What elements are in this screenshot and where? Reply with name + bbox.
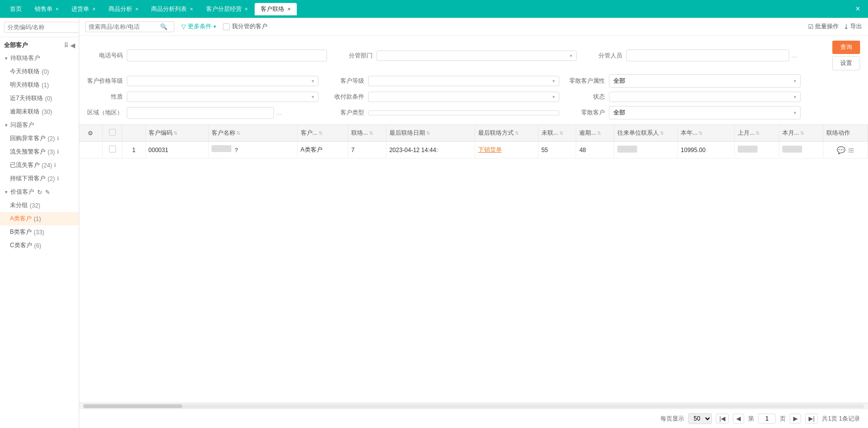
topbar-customer-tier[interactable]: 客户分层经营 × bbox=[200, 3, 254, 15]
my-customer-checkbox[interactable]: 我分管的客户 bbox=[223, 22, 268, 31]
close-icon[interactable]: × bbox=[287, 6, 290, 12]
chevron-down-icon: ▾ bbox=[794, 94, 796, 100]
row-last-contact-method[interactable]: 下销货单 bbox=[475, 142, 538, 159]
sidebar-item-declining[interactable]: 持续下滑客户 (2) ℹ bbox=[0, 172, 79, 185]
sidebar-item-c-class[interactable]: C类客户 (6) bbox=[0, 239, 79, 252]
blurred-contact bbox=[617, 146, 637, 153]
window-close-icon[interactable]: × bbox=[852, 2, 864, 15]
filter-sparse-customer-select[interactable]: 全部 ▾ bbox=[609, 106, 801, 119]
topbar-sales[interactable]: 销售单 × bbox=[29, 3, 64, 15]
checkbox-icon[interactable] bbox=[223, 23, 230, 30]
row-checkbox[interactable] bbox=[102, 142, 122, 159]
header-checkbox[interactable] bbox=[109, 129, 116, 136]
sort-icon: ⇅ bbox=[319, 130, 323, 136]
close-icon[interactable]: × bbox=[135, 6, 138, 12]
filter-region-input[interactable] bbox=[127, 107, 274, 119]
sidebar-item-overdue[interactable]: 逾期未联络 (30) bbox=[0, 105, 79, 118]
filter-nature-select[interactable]: ▾ bbox=[127, 92, 319, 102]
topbar-product-analysis[interactable]: 商品分析 × bbox=[103, 3, 144, 15]
gear-icon[interactable]: ⚙ bbox=[88, 130, 93, 137]
filter-payment-select[interactable]: ▾ bbox=[368, 92, 560, 102]
toolbar-search-icon[interactable]: 🔍 bbox=[160, 23, 167, 30]
sidebar-item-b-class[interactable]: B类客户 (33) bbox=[0, 225, 79, 239]
filter-customer-type-select[interactable] bbox=[368, 110, 560, 115]
close-icon[interactable]: × bbox=[190, 6, 193, 12]
filter-label-dept: 分管部门 bbox=[337, 52, 377, 60]
edit-icon[interactable]: ✎ bbox=[45, 189, 50, 196]
sidebar-item-churn-warning[interactable]: 流失预警客户 (3) ℹ bbox=[0, 145, 79, 159]
filter-phone-input[interactable] bbox=[127, 50, 327, 61]
filter-dept: 分管部门 ▾ bbox=[337, 51, 577, 61]
page-number-input[interactable] bbox=[758, 414, 776, 424]
sidebar-value-section[interactable]: ▼ 价值客户 ↻ ✎ bbox=[0, 185, 79, 199]
dots-icon[interactable]: … bbox=[789, 52, 799, 59]
topbar-home[interactable]: 首页 bbox=[4, 3, 28, 15]
filter-button[interactable]: ▽ 更多条件 ▾ bbox=[178, 21, 219, 32]
info-icon: ℹ bbox=[54, 162, 56, 168]
row-checkbox-icon[interactable] bbox=[109, 146, 116, 153]
chevron-down-icon: ▾ bbox=[570, 53, 572, 58]
sort-icon: ⇅ bbox=[756, 130, 760, 136]
qr-icon[interactable]: ⊞ bbox=[848, 146, 854, 154]
col-settings[interactable]: ⚙ bbox=[79, 125, 102, 142]
export-button[interactable]: ⤓ 导出 bbox=[844, 22, 862, 31]
funnel-icon: ▽ bbox=[181, 23, 186, 30]
col-num bbox=[122, 125, 145, 142]
filter-label-nature: 性质 bbox=[87, 93, 127, 101]
first-page-button[interactable]: |◀ bbox=[716, 414, 729, 424]
sidebar-item-a-class[interactable]: A类客户 (1) bbox=[0, 212, 79, 225]
filter-customer-level-select[interactable]: ▾ bbox=[368, 76, 560, 86]
col-last-contact-date: 最后联络日期⇅ bbox=[386, 125, 475, 142]
sort-icon: ⇅ bbox=[173, 130, 177, 136]
settings-button[interactable]: 设置 bbox=[832, 56, 860, 70]
col-last-contact-method: 最后联络方式⇅ bbox=[475, 125, 538, 142]
row-customer-code[interactable]: 000031 bbox=[145, 142, 209, 159]
sidebar-item-tomorrow[interactable]: 明天待联络 (1) bbox=[0, 78, 79, 92]
chevron-down-icon: ▾ bbox=[312, 94, 314, 100]
dots-icon[interactable]: … bbox=[274, 109, 284, 116]
col-customer-type: 客户...⇅ bbox=[297, 125, 348, 142]
query-button[interactable]: 查询 bbox=[832, 41, 860, 54]
close-icon[interactable]: × bbox=[245, 6, 248, 12]
sidebar-pending-section[interactable]: ▼ 待联络客户 bbox=[0, 52, 79, 65]
sidebar-item-churned[interactable]: 已流失客户 (24) ℹ bbox=[0, 159, 79, 172]
chat-icon[interactable]: 💬 bbox=[837, 146, 845, 154]
filter-person-input[interactable] bbox=[626, 50, 789, 61]
refresh-icon[interactable]: ↻ bbox=[37, 189, 42, 196]
toolbar-search-input[interactable] bbox=[89, 23, 158, 30]
per-page-select[interactable]: 50 bbox=[688, 413, 712, 424]
collapse-icon[interactable]: ◀ bbox=[70, 42, 75, 49]
sidebar-item-today[interactable]: 今天待联络 (0) bbox=[0, 65, 79, 78]
prev-page-button[interactable]: ◀ bbox=[733, 414, 744, 424]
filter-dept-select[interactable]: ▾ bbox=[377, 51, 577, 61]
blurred-name bbox=[212, 145, 231, 152]
close-icon[interactable]: × bbox=[55, 6, 58, 12]
sidebar-search-input[interactable] bbox=[4, 22, 79, 33]
sort-icon: ⇅ bbox=[515, 130, 519, 136]
sort-icon: ⇅ bbox=[236, 130, 240, 136]
sidebar-item-ungrouped[interactable]: 未分组 (32) bbox=[0, 199, 79, 212]
last-page-button[interactable]: ▶| bbox=[805, 414, 818, 424]
row-contact: 7 bbox=[348, 142, 386, 159]
topbar-customer-contact[interactable]: 客户联络 × bbox=[255, 3, 296, 15]
topbar-product-list[interactable]: 商品分析列表 × bbox=[145, 3, 199, 15]
next-page-button[interactable]: ▶ bbox=[790, 414, 801, 424]
col-overdue: 逾期...⇅ bbox=[576, 125, 614, 142]
scrollbar-track[interactable] bbox=[83, 404, 864, 408]
horizontal-scrollbar[interactable] bbox=[79, 403, 868, 409]
content-area: 🔍 ▽ 更多条件 ▾ 我分管的客户 ☑ 批量操作 ⤓ 导出 bbox=[79, 18, 868, 428]
toolbar-right-actions: ☑ 批量操作 ⤓ 导出 bbox=[808, 22, 862, 31]
scrollbar-thumb[interactable] bbox=[83, 404, 182, 408]
sidebar-problem-section[interactable]: ▼ 问题客户 bbox=[0, 118, 79, 132]
close-icon[interactable]: × bbox=[92, 6, 95, 12]
filter-sparse-attr-select[interactable]: 全部 ▾ bbox=[609, 74, 801, 88]
sidebar-item-abnormal[interactable]: 回购异常客户 (2) ℹ bbox=[0, 132, 79, 145]
chevron-down-icon: ▾ bbox=[794, 110, 796, 115]
sidebar-item-7days[interactable]: 近7天待联络 (0) bbox=[0, 92, 79, 105]
main-layout: 🔍 全部客户 ⠿ ◀ ▼ 待联络客户 今天待联络 (0) 明天待联络 (1) 近… bbox=[0, 18, 868, 428]
filter-price-tier-select[interactable]: ▾ bbox=[127, 76, 319, 86]
topbar-purchase[interactable]: 进货单 × bbox=[65, 3, 101, 15]
filter-status-select[interactable]: ▾ bbox=[609, 92, 801, 102]
batch-op-button[interactable]: ☑ 批量操作 bbox=[808, 22, 839, 31]
filter-label-sparse-attr: 零散客户属性 bbox=[569, 77, 609, 85]
